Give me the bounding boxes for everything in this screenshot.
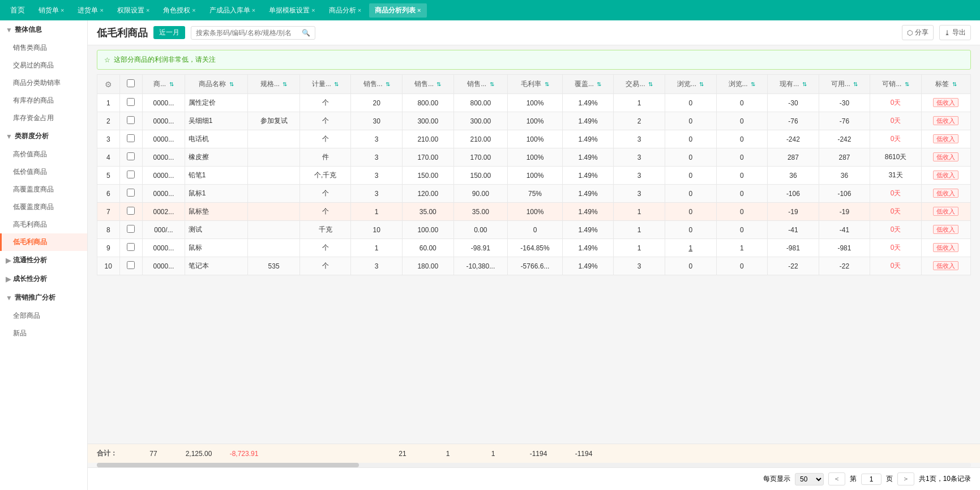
- sidebar-item-high-coverage[interactable]: 高覆盖度商品: [0, 181, 87, 198]
- nav-close-analysis[interactable]: ×: [358, 7, 361, 14]
- row-checkbox-cell[interactable]: [119, 130, 143, 148]
- search-icon[interactable]: 🔍: [302, 29, 310, 37]
- col-trade[interactable]: 交易... ⇅: [614, 75, 665, 94]
- row-checkbox[interactable]: [127, 171, 135, 178]
- nav-close-sales[interactable]: ×: [61, 7, 64, 14]
- row-gross-rate: 100%: [508, 94, 563, 112]
- col-spec[interactable]: 规格... ⇅: [248, 75, 300, 94]
- row-checkbox-cell[interactable]: [119, 167, 143, 185]
- sidebar-item-traded-goods[interactable]: 交易过的商品: [0, 57, 87, 74]
- row-name: 橡皮擦: [185, 148, 248, 167]
- nav-analysis-list[interactable]: 商品分析列表 ×: [369, 3, 426, 18]
- row-cover-rate: 1.49%: [562, 185, 614, 203]
- row-checkbox-cell[interactable]: [119, 185, 143, 203]
- sidebar-item-high-value[interactable]: 高价值商品: [0, 146, 87, 163]
- sidebar-section-cluster[interactable]: ▼ 类群度分析: [0, 127, 87, 146]
- sidebar-section-marketing[interactable]: ▼ 营销推广分析: [0, 288, 87, 307]
- sidebar-item-low-coverage[interactable]: 低覆盖度商品: [0, 198, 87, 216]
- nav-close-roles[interactable]: ×: [192, 7, 195, 14]
- row-checkbox-cell[interactable]: [119, 203, 143, 221]
- row-checkbox[interactable]: [127, 225, 135, 233]
- sidebar-item-high-margin[interactable]: 高毛利商品: [0, 216, 87, 233]
- col-gross-rate[interactable]: 毛利率 ⇅: [508, 75, 563, 94]
- sidebar-item-sales-goods[interactable]: 销售类商品: [0, 39, 87, 57]
- col-available[interactable]: 可用... ⇅: [819, 75, 870, 94]
- row-available: 36: [819, 167, 870, 185]
- nav-purchase[interactable]: 进货单 ×: [72, 3, 109, 18]
- col-sales-qty[interactable]: 销售... ⇅: [351, 75, 403, 94]
- row-cover-rate: 1.49%: [562, 257, 614, 275]
- select-all-checkbox[interactable]: [127, 79, 135, 87]
- sidebar-item-low-margin[interactable]: 低毛利商品: [0, 233, 87, 251]
- export-button[interactable]: ⤓ 导出: [939, 25, 971, 40]
- sidebar-item-all-goods[interactable]: 全部商品: [0, 307, 87, 325]
- col-tag[interactable]: 标签 ⇅: [921, 75, 970, 94]
- sellable-days: 0天: [891, 189, 901, 197]
- col-unit[interactable]: 计量... ⇅: [299, 75, 351, 94]
- col-name[interactable]: 商品名称 ⇅: [185, 75, 248, 94]
- col-sales-amount[interactable]: 销售... ⇅: [453, 75, 508, 94]
- sidebar-section-overall[interactable]: ▼ 整体信息: [0, 20, 87, 39]
- sidebar-item-new-goods[interactable]: 新品: [0, 325, 87, 342]
- row-cover-rate: 1.49%: [562, 148, 614, 167]
- row-checkbox[interactable]: [127, 98, 135, 106]
- nav-close-products[interactable]: ×: [252, 7, 255, 14]
- row-checkbox[interactable]: [127, 152, 135, 160]
- footer-browse1: 1: [425, 450, 470, 458]
- period-button[interactable]: 近一月: [153, 26, 185, 39]
- nav-analysis[interactable]: 商品分析 ×: [323, 3, 367, 18]
- row-trade: 1: [614, 239, 665, 257]
- row-checkbox-cell[interactable]: [119, 94, 143, 112]
- browse1-link[interactable]: 1: [688, 244, 692, 252]
- nav-close-purchase[interactable]: ×: [100, 7, 103, 14]
- sidebar-section-growth[interactable]: ▶ 成长性分析: [0, 270, 87, 288]
- nav-templates[interactable]: 单据模板设置 ×: [263, 3, 320, 18]
- row-checkbox[interactable]: [127, 243, 135, 251]
- next-page-button[interactable]: ＞: [897, 472, 914, 485]
- horizontal-scrollbar[interactable]: [97, 463, 971, 467]
- row-checkbox-cell[interactable]: [119, 257, 143, 275]
- col-checkbox[interactable]: [119, 75, 143, 94]
- row-checkbox[interactable]: [127, 261, 135, 269]
- nav-products[interactable]: 产成品入库单 ×: [204, 3, 261, 18]
- nav-home[interactable]: 首页: [5, 3, 31, 18]
- row-browse1[interactable]: 1: [665, 239, 716, 257]
- row-checkbox-cell[interactable]: [119, 221, 143, 239]
- page-suffix: 页: [886, 474, 893, 484]
- search-input[interactable]: [196, 29, 299, 37]
- nav-roles[interactable]: 角色授权 ×: [157, 3, 201, 18]
- nav-close-analysis-list[interactable]: ×: [417, 7, 421, 14]
- col-browse1[interactable]: 浏览... ⇅: [665, 75, 716, 94]
- col-current[interactable]: 现有... ⇅: [768, 75, 819, 94]
- row-checkbox[interactable]: [127, 189, 135, 197]
- sidebar-section-flow[interactable]: ▶ 流通性分析: [0, 251, 87, 270]
- nav-sales[interactable]: 销货单 ×: [33, 3, 70, 18]
- page-header: 低毛利商品 近一月 🔍 ⬡ 分享 ⤓ 导出: [88, 20, 980, 45]
- col-sales-price[interactable]: 销售... ⇅: [402, 75, 453, 94]
- settings-icon[interactable]: ⚙: [105, 80, 112, 89]
- sidebar-item-low-value[interactable]: 低价值商品: [0, 163, 87, 181]
- row-checkbox-cell[interactable]: [119, 148, 143, 167]
- row-checkbox[interactable]: [127, 207, 135, 215]
- share-button[interactable]: ⬡ 分享: [902, 25, 934, 40]
- nav-close-permissions[interactable]: ×: [146, 7, 149, 14]
- page-input[interactable]: [861, 474, 881, 485]
- scroll-thumb[interactable]: [97, 463, 359, 467]
- row-checkbox[interactable]: [127, 116, 135, 124]
- main-content: 低毛利商品 近一月 🔍 ⬡ 分享 ⤓ 导出: [88, 20, 980, 490]
- col-cover-rate[interactable]: 覆盖... ⇅: [562, 75, 614, 94]
- prev-page-button[interactable]: ＜: [828, 472, 845, 485]
- row-checkbox[interactable]: [127, 134, 135, 142]
- sidebar-item-stock-goods[interactable]: 有库存的商品: [0, 92, 87, 109]
- sidebar-item-category-rate[interactable]: 商品分类助销率: [0, 74, 87, 92]
- nav-close-templates[interactable]: ×: [311, 7, 315, 14]
- col-settings[interactable]: ⚙: [97, 75, 120, 94]
- row-checkbox-cell[interactable]: [119, 112, 143, 130]
- col-code[interactable]: 商... ⇅: [143, 75, 185, 94]
- col-sellable[interactable]: 可销... ⇅: [870, 75, 922, 94]
- nav-permissions[interactable]: 权限设置 ×: [112, 3, 155, 18]
- row-checkbox-cell[interactable]: [119, 239, 143, 257]
- col-browse2[interactable]: 浏览... ⇅: [716, 75, 768, 94]
- per-page-select[interactable]: 50 100 200: [795, 473, 824, 485]
- sidebar-item-stock-capital[interactable]: 库存资金占用: [0, 109, 87, 127]
